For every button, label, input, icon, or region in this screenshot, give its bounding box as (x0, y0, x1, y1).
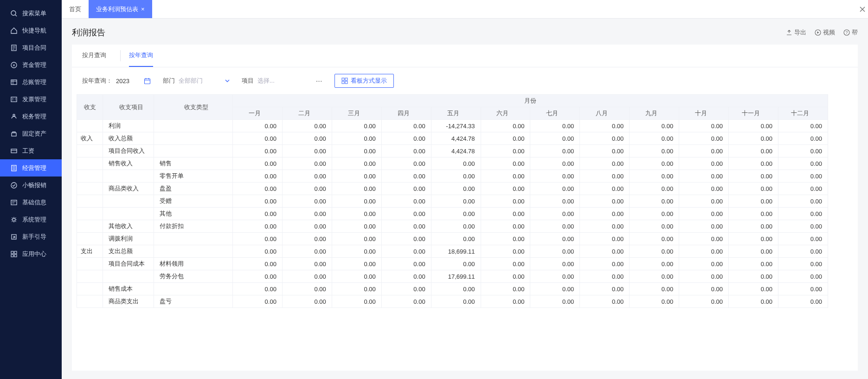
sidebar-item-label: 固定资产 (22, 130, 46, 138)
cell-value: 0.00 (530, 170, 580, 183)
sidebar-item-label: 税务管理 (22, 112, 46, 121)
cell-value: 0.00 (530, 120, 580, 132)
svg-text:?: ? (845, 30, 848, 35)
sidebar-item-app[interactable]: 应用中心 (0, 245, 62, 262)
cell-type: 零售开单 (154, 170, 233, 183)
page-header: 利润报告 导出 视频 ? 帮 (62, 19, 868, 45)
sidebar-item-label: 小畅报销 (22, 181, 46, 190)
table-scroll-area[interactable]: 收支 收支项目 收支类型 月份 一月二月三月四月五月六月七月八月九月十月十一月十… (77, 94, 853, 371)
cell-value: 0.00 (530, 220, 580, 233)
kanban-view-button[interactable]: 看板方式显示 (334, 74, 394, 88)
video-label: 视频 (823, 28, 835, 37)
project-select[interactable]: 选择... ··· (257, 77, 322, 85)
cell-value: 0.00 (729, 283, 778, 295)
sidebar-item-ledger[interactable]: 总账管理 (0, 73, 62, 91)
cell-value: 0.00 (729, 245, 778, 258)
sidebar-item-gear[interactable]: 系统管理 (0, 211, 62, 228)
cell-value: 0.00 (282, 245, 332, 258)
cell-value: 0.00 (282, 233, 332, 245)
sidebar-item-search[interactable]: 搜索菜单 (0, 5, 62, 22)
svg-rect-23 (345, 78, 347, 80)
cell-value: 0.00 (381, 220, 431, 233)
cell-item (103, 170, 154, 183)
expense-icon (10, 182, 18, 189)
cell-value: 0.00 (431, 170, 481, 183)
cell-value: 0.00 (282, 258, 332, 270)
cell-value: 0.00 (332, 258, 381, 270)
tab-yearly[interactable]: 按年查询 (129, 45, 153, 67)
sidebar-item-asset[interactable]: 固定资产 (0, 125, 62, 142)
table-row: 其他0.000.000.000.000.000.000.000.000.000.… (77, 208, 828, 220)
cell-sz: 支出 (77, 245, 103, 258)
cell-sz (77, 220, 103, 233)
export-button[interactable]: 导出 (786, 28, 806, 37)
help-label: 帮 (852, 28, 858, 37)
cell-value: 0.00 (381, 295, 431, 308)
cell-value: 0.00 (431, 220, 481, 233)
sidebar-item-guide[interactable]: 新手引导 (0, 228, 62, 245)
main-area: 首页 业务利润预估表 × 利润报告 导出 (62, 0, 868, 379)
cell-type: 销售 (154, 157, 233, 170)
cell-value: 0.00 (778, 270, 828, 283)
sidebar-item-tax[interactable]: 税务管理 (0, 108, 62, 125)
cell-item: 利润 (103, 120, 154, 132)
sidebar-item-invoice[interactable]: 发票管理 (0, 91, 62, 108)
app-root: 搜索菜单快捷导航项目合同¥资金管理总账管理发票管理税务管理固定资产工资经营管理小… (0, 0, 868, 379)
cell-value: 0.00 (630, 258, 679, 270)
cell-value: 0.00 (580, 195, 630, 208)
sidebar-item-biz[interactable]: 经营管理 (0, 159, 62, 176)
dept-select[interactable]: 全部部门 (179, 77, 230, 85)
table-row: 收入收入总额0.000.000.000.004,424.780.000.000.… (77, 132, 828, 145)
tab-label: 首页 (69, 5, 81, 13)
cell-value: 0.00 (282, 170, 332, 183)
gear-icon (10, 216, 18, 223)
sidebar-item-expense[interactable]: 小畅报销 (0, 176, 62, 194)
th-month: 七月 (530, 107, 580, 120)
cell-type (154, 245, 233, 258)
sidebar-item-home[interactable]: 快捷导航 (0, 22, 62, 39)
th-month: 九月 (630, 107, 679, 120)
cell-value: 0.00 (233, 270, 283, 283)
cell-value: 0.00 (778, 245, 828, 258)
cell-value: 0.00 (282, 208, 332, 220)
tab-profit-estimate[interactable]: 业务利润预估表 × (89, 0, 152, 18)
cell-value: 0.00 (282, 220, 332, 233)
cell-value: 0.00 (332, 120, 381, 132)
cell-sz (77, 283, 103, 295)
sidebar-item-coin[interactable]: ¥资金管理 (0, 56, 62, 73)
cell-value: -14,274.33 (431, 120, 481, 132)
cell-value: 0.00 (233, 220, 283, 233)
more-icon[interactable]: ··· (316, 78, 322, 85)
cell-value: 0.00 (729, 220, 778, 233)
cell-value: 0.00 (630, 195, 679, 208)
cell-value: 0.00 (729, 208, 778, 220)
help-button[interactable]: ? 帮 (843, 28, 858, 37)
table-row: 项目合同成本材料领用0.000.000.000.000.000.000.000.… (77, 258, 828, 270)
cell-value: 0.00 (530, 132, 580, 145)
sidebar-item-label: 快捷导航 (22, 26, 46, 35)
calendar-icon[interactable] (144, 78, 151, 85)
cell-value: 0.00 (679, 258, 729, 270)
sidebar-item-doc[interactable]: 项目合同 (0, 39, 62, 56)
sidebar-item-info[interactable]: 基础信息 (0, 194, 62, 211)
cell-value: 0.00 (778, 258, 828, 270)
cell-value: 0.00 (778, 170, 828, 183)
sidebar-item-salary[interactable]: 工资 (0, 142, 62, 159)
close-icon[interactable]: × (141, 6, 145, 13)
cell-type: 其他 (154, 208, 233, 220)
year-input[interactable] (116, 78, 139, 85)
svg-point-0 (11, 11, 16, 15)
cell-value: 0.00 (381, 233, 431, 245)
cell-value: 0.00 (729, 270, 778, 283)
close-icon[interactable] (857, 0, 868, 19)
svg-rect-15 (14, 251, 17, 254)
app-icon (10, 250, 18, 258)
export-icon (786, 29, 792, 36)
cell-value: 0.00 (530, 233, 580, 245)
project-filter: 项目 选择... ··· (242, 77, 322, 85)
tab-home[interactable]: 首页 (62, 0, 89, 18)
cell-value: 0.00 (381, 132, 431, 145)
cell-sz (77, 233, 103, 245)
tab-monthly[interactable]: 按月查询 (82, 45, 106, 67)
video-button[interactable]: 视频 (815, 28, 835, 37)
